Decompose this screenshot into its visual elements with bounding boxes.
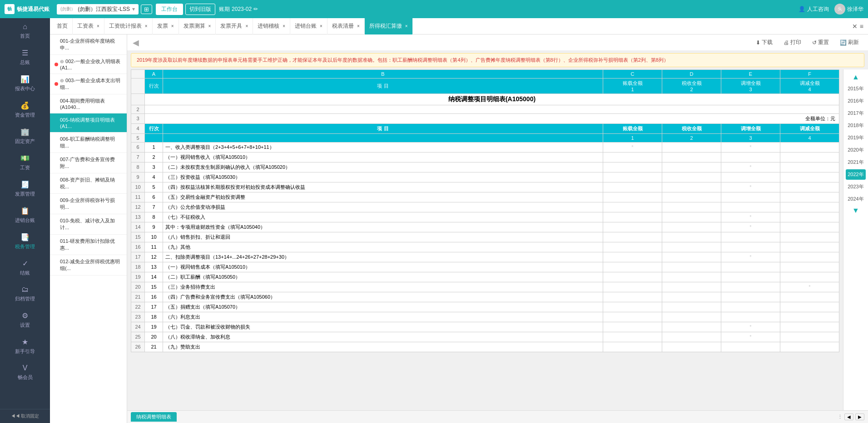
col-b-0[interactable]: 一、收入类调整项目（2+3+4+5+6+7+8+10+11） [163, 142, 603, 152]
col-f-5[interactable] [780, 192, 839, 202]
col-c-12[interactable] [603, 262, 662, 272]
col-a-1[interactable]: 2 [145, 152, 163, 162]
print-button[interactable]: 🖨 打印 [780, 37, 805, 48]
col-c-18[interactable] [603, 322, 662, 332]
col-b-4[interactable]: （四）按权益法核算长期股权投资对初始投资成本调整确认收益 [163, 182, 603, 192]
table-row[interactable]: 12 7 （六）公允价值变动净损益 [131, 202, 839, 212]
col-e-18[interactable]: * [721, 322, 780, 332]
tab-home[interactable]: 首页 [52, 18, 73, 34]
left-panel-item-003[interactable]: ⊙ 003-一般企业成本支出明细... [50, 74, 127, 94]
copy-button[interactable]: ⊞ [141, 5, 152, 14]
sidebar-item-member[interactable]: V 畅会员 [0, 359, 50, 385]
col-b-20[interactable]: （九）赞助支出 [163, 342, 603, 352]
col-d-11[interactable] [662, 252, 721, 262]
col-d-3[interactable] [662, 172, 721, 182]
col-c-11[interactable] [603, 252, 662, 262]
tab-purchase-check[interactable]: 进销稽核 × [253, 18, 290, 34]
tab-close-purchase-check[interactable]: × [283, 24, 285, 29]
col-f-0[interactable] [780, 142, 839, 152]
table-row[interactable]: 25 20 （八）税收滞纳金、加收利息 * [131, 332, 839, 342]
table-row[interactable]: 20 15 （三）业务招待费支出 * [131, 282, 839, 292]
col-e-3[interactable] [721, 172, 780, 182]
col-f-15[interactable] [780, 292, 839, 302]
col-e-17[interactable] [721, 312, 780, 322]
tab-salary-report[interactable]: 工资统计报表 × [104, 18, 153, 34]
year-2020[interactable]: 2020年 [846, 145, 866, 155]
col-b-1[interactable]: （一）视同销售收入（填写A105010） [163, 152, 603, 162]
col-a-13[interactable]: 14 [145, 272, 163, 282]
table-row[interactable]: 9 4 （三）投资收益（填写A105030） [131, 172, 839, 182]
col-a-14[interactable]: 15 [145, 282, 163, 292]
col-d-13[interactable] [662, 272, 721, 282]
col-c-14[interactable] [603, 282, 662, 292]
year-2022[interactable]: 2022年 [846, 169, 866, 180]
table-row[interactable]: 10 5 （四）按权益法核算长期股权投资对初始投资成本调整确认收益 * [131, 182, 839, 192]
col-f-7[interactable] [780, 212, 839, 222]
col-e-13[interactable] [721, 272, 780, 282]
col-e-0[interactable]: * [721, 142, 780, 152]
col-a-2[interactable]: 3 [145, 162, 163, 172]
col-b-19[interactable]: （八）税收滞纳金、加收利息 [163, 332, 603, 342]
col-c-16[interactable] [603, 302, 662, 312]
col-a-10[interactable]: 11 [145, 242, 163, 252]
period-edit-icon[interactable]: ✏ [253, 6, 258, 12]
tab-close-invoice[interactable]: × [171, 24, 174, 29]
col-e-15[interactable] [721, 292, 780, 302]
tab-salary[interactable]: 工资表 × [73, 18, 104, 34]
year-2024[interactable]: 2024年 [846, 194, 866, 204]
col-d-4[interactable] [662, 182, 721, 192]
table-row[interactable]: 16 11 （九）其他 [131, 242, 839, 252]
table-row[interactable]: 21 16 （四）广告费和业务宣传费支出（填写A105060） [131, 292, 839, 302]
col-e-14[interactable] [721, 282, 780, 292]
col-a-15[interactable]: 16 [145, 292, 163, 302]
col-e-4[interactable]: * [721, 182, 780, 192]
left-panel-item-010[interactable]: 010-免税、减计收入及加计... [50, 214, 127, 235]
col-d-9[interactable] [662, 232, 721, 242]
col-d-20[interactable] [662, 342, 721, 352]
sidebar-item-close[interactable]: ✓ 结账 [0, 255, 50, 281]
col-c-15[interactable] [603, 292, 662, 302]
unpin-button[interactable]: ◀◀ 取消固定 [0, 409, 50, 423]
sidebar-item-finance[interactable]: 💰 资金管理 [0, 97, 50, 123]
col-b-3[interactable]: （三）投资收益（填写A105030） [163, 172, 603, 182]
col-e-9[interactable] [721, 232, 780, 242]
table-row[interactable]: 11 6 （五）交易性金融资产初始投资调整 [131, 192, 839, 202]
left-panel-item-012[interactable]: 012-减免企业所得税优惠明细(... [50, 255, 127, 275]
col-f-4[interactable] [780, 182, 839, 192]
col-f-20[interactable] [780, 342, 839, 352]
col-c-5[interactable] [603, 192, 662, 202]
col-c-13[interactable] [603, 272, 662, 282]
table-row[interactable]: 19 14 （二）职工薪酬（填写A105050） [131, 272, 839, 282]
col-f-19[interactable] [780, 332, 839, 342]
scroll-left-button[interactable]: ◀ [844, 413, 853, 420]
col-e-12[interactable] [721, 262, 780, 272]
col-b-8[interactable]: 其中：专项用途财政性资金（填写A105040） [163, 222, 603, 232]
col-f-12[interactable] [780, 262, 839, 272]
col-c-4[interactable] [603, 182, 662, 192]
col-a-11[interactable]: 12 [145, 252, 163, 262]
table-row[interactable]: 18 13 （一）视同销售成本（填写A105010） [131, 262, 839, 272]
col-a-5[interactable]: 6 [145, 192, 163, 202]
tab-close-invoice-open[interactable]: × [245, 24, 248, 29]
col-e-6[interactable] [721, 202, 780, 212]
year-2021[interactable]: 2021年 [846, 157, 866, 167]
col-b-17[interactable]: （六）利息支出 [163, 312, 603, 322]
col-f-10[interactable] [780, 242, 839, 252]
col-d-0[interactable] [662, 142, 721, 152]
table-row[interactable]: 26 21 （九）赞助支出 [131, 342, 839, 352]
col-e-1[interactable] [721, 152, 780, 162]
sidebar-item-guide[interactable]: ★ 新手引导 [0, 333, 50, 359]
col-f-2[interactable] [780, 162, 839, 172]
col-d-5[interactable] [662, 192, 721, 202]
col-d-2[interactable] [662, 162, 721, 172]
col-f-6[interactable] [780, 202, 839, 212]
col-b-16[interactable]: （五）捐赠支出（填写A105070） [163, 302, 603, 312]
company-selector[interactable]: (勿删） (勿删）江西股宝-LSS ▾ [57, 4, 139, 15]
tab-purchase-ledger[interactable]: 进销台账 × [290, 18, 327, 34]
download-button[interactable]: ⬇ 下载 [752, 37, 776, 48]
col-b-15[interactable]: （四）广告费和业务宣传费支出（填写A105060） [163, 292, 603, 302]
col-a-9[interactable]: 10 [145, 232, 163, 242]
sidebar-item-archive[interactable]: 🗂 归档管理 [0, 281, 50, 307]
reset-button[interactable]: ↺ 重置 [808, 37, 833, 48]
col-c-19[interactable] [603, 332, 662, 342]
